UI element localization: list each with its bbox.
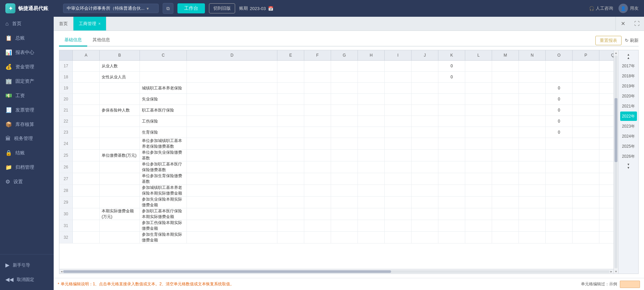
cell-31-Q[interactable] — [599, 220, 613, 231]
cell-23-Q[interactable] — [599, 127, 613, 138]
cell-32-D[interactable] — [187, 232, 277, 243]
cell-21-B[interactable]: 参保各险种人数 — [100, 105, 140, 116]
tab-close-icon[interactable]: × — [98, 21, 101, 26]
cell-30-M[interactable] — [492, 208, 519, 220]
cell-19-A[interactable] — [73, 83, 100, 93]
cell-29-L[interactable] — [465, 197, 492, 208]
cell-29-I[interactable] — [385, 197, 412, 208]
cell-17-K[interactable]: 0 — [438, 61, 465, 71]
vscroll-track[interactable] — [614, 56, 618, 268]
cell-28-M[interactable] — [492, 185, 519, 196]
cell-25-I[interactable] — [385, 150, 412, 161]
cell-20-H[interactable] — [358, 94, 385, 104]
cell-22-A[interactable] — [73, 116, 100, 127]
cell-22-N[interactable] — [519, 116, 546, 127]
horizontal-scrollbar[interactable]: ◂ ▸ — [59, 269, 613, 274]
cell-22-B[interactable] — [100, 116, 140, 127]
cell-18-P[interactable] — [573, 72, 599, 82]
support-button[interactable]: 🎧 人工咨询 — [589, 5, 613, 11]
cell-19-D[interactable] — [187, 83, 277, 93]
cell-29-H[interactable] — [358, 197, 385, 208]
cell-24-Q[interactable] — [599, 138, 613, 149]
cell-31-O[interactable] — [546, 220, 573, 231]
cell-24-O[interactable] — [546, 138, 573, 149]
cell-18-K[interactable]: 0 — [438, 72, 465, 82]
cell-27-B[interactable] — [100, 173, 140, 185]
cell-26-A[interactable] — [73, 161, 100, 173]
reset-report-button[interactable]: 重置报表 — [595, 36, 622, 45]
cell-23-H[interactable] — [358, 127, 385, 138]
tab-basic-info[interactable]: 基础信息 — [59, 35, 87, 47]
cell-30-P[interactable] — [573, 208, 599, 220]
cell-29-G[interactable] — [331, 197, 358, 208]
sidebar-item-tax[interactable]: 🏛税务管理 — [0, 132, 54, 146]
year-item-2026年[interactable]: 2026年 — [620, 152, 637, 161]
cell-27-D[interactable] — [187, 173, 277, 185]
cell-19-Q[interactable] — [599, 83, 613, 93]
cell-28-I[interactable] — [385, 185, 412, 196]
cell-27-H[interactable] — [358, 173, 385, 185]
cell-24-L[interactable] — [465, 138, 492, 149]
cell-30-Q[interactable] — [599, 208, 613, 220]
cell-30-J[interactable] — [412, 208, 438, 220]
cell-32-P[interactable] — [573, 232, 599, 243]
cell-21-A[interactable] — [73, 105, 100, 116]
cell-29-M[interactable] — [492, 197, 519, 208]
cell-27-F[interactable] — [304, 173, 331, 185]
cell-20-I[interactable] — [385, 94, 412, 104]
cell-30-N[interactable] — [519, 208, 546, 220]
cell-26-O[interactable] — [546, 161, 573, 173]
cell-18-L[interactable] — [465, 72, 492, 82]
cell-22-J[interactable] — [412, 116, 438, 127]
cell-18-M[interactable] — [492, 72, 519, 82]
cell-23-P[interactable] — [573, 127, 599, 138]
cell-26-I[interactable] — [385, 161, 412, 173]
cell-32-K[interactable] — [438, 232, 465, 243]
company-selector[interactable]: 中审众环会计师事务所（特殊普通合伙... ▾ — [63, 4, 159, 13]
cell-21-O[interactable]: 0 — [546, 105, 573, 116]
sidebar-item-new-guide[interactable]: ▶ 新手引导 — [0, 258, 54, 272]
cell-23-K[interactable] — [438, 127, 465, 138]
cell-25-Q[interactable] — [599, 150, 613, 161]
cell-20-P[interactable] — [573, 94, 599, 104]
cell-26-M[interactable] — [492, 161, 519, 173]
cell-20-B[interactable] — [100, 94, 140, 104]
year-item-2019年[interactable]: 2019年 — [620, 81, 637, 91]
cell-25-H[interactable] — [358, 150, 385, 161]
cell-21-I[interactable] — [385, 105, 412, 116]
cell-27-Q[interactable] — [599, 173, 613, 185]
cell-21-G[interactable] — [331, 105, 358, 116]
cell-20-C[interactable]: 失业保险 — [140, 94, 187, 104]
cell-26-F[interactable] — [304, 161, 331, 173]
cell-29-B[interactable] — [100, 197, 140, 208]
year-item-2020年[interactable]: 2020年 — [620, 91, 637, 101]
cell-22-I[interactable] — [385, 116, 412, 127]
year-item-2017年[interactable]: 2017年 — [620, 61, 637, 71]
cell-18-E[interactable] — [277, 72, 304, 82]
user-area[interactable]: 👤 用友 — [619, 4, 639, 13]
cell-27-M[interactable] — [492, 173, 519, 185]
cell-19-K[interactable] — [438, 83, 465, 93]
vertical-scrollbar[interactable]: ▴ ▾ — [613, 50, 618, 274]
cell-32-O[interactable] — [546, 232, 573, 243]
cell-21-F[interactable] — [304, 105, 331, 116]
cell-30-E[interactable] — [277, 208, 304, 220]
cell-21-J[interactable] — [412, 105, 438, 116]
cell-17-D[interactable] — [187, 61, 277, 71]
cell-24-H[interactable] — [358, 138, 385, 149]
cell-31-M[interactable] — [492, 220, 519, 231]
sidebar-item-ledger[interactable]: 📋总账 — [0, 31, 54, 45]
cell-26-E[interactable] — [277, 161, 304, 173]
cell-24-A[interactable] — [73, 138, 100, 149]
cell-22-L[interactable] — [465, 116, 492, 127]
cell-27-O[interactable] — [546, 173, 573, 185]
cell-30-G[interactable] — [331, 208, 358, 220]
cell-26-N[interactable] — [519, 161, 546, 173]
cell-20-N[interactable] — [519, 94, 546, 104]
cell-30-C[interactable]: 参加职工基本医疗保险本期实际缴费金额 — [140, 208, 187, 220]
cell-24-G[interactable] — [331, 138, 358, 149]
cell-24-B[interactable] — [100, 138, 140, 149]
cell-25-F[interactable] — [304, 150, 331, 161]
cell-28-K[interactable] — [438, 185, 465, 196]
cell-20-A[interactable] — [73, 94, 100, 104]
